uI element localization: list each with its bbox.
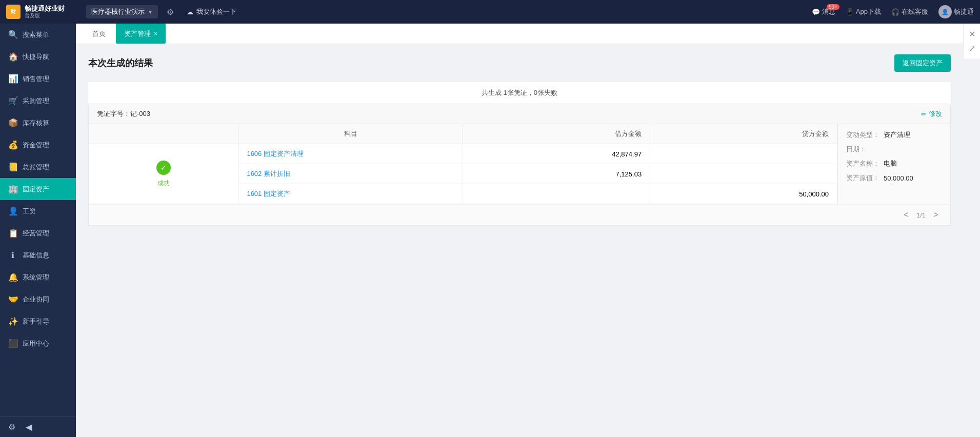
tab-home-label: 首页 [92,29,106,38]
sidebar-label-enterprise: 企业协同 [23,295,49,304]
sidebar-label-fixed-assets: 固定资产 [23,185,49,194]
sidebar-label-guide: 新手引导 [23,317,49,326]
sidebar-item-search[interactable]: 🔍 搜索菜单 [0,24,76,46]
home-icon: 🏠 [8,52,17,62]
subject-link-1606[interactable]: 1606 固定资产清理 [247,150,304,157]
expand-panel-button[interactable]: ⤢ [966,42,978,54]
experience-icon: ☁ [187,8,193,16]
subject-code-1606: 1606 [247,150,262,157]
sales-icon: 📊 [8,74,17,84]
credit-1606 [650,144,837,164]
voucher-number: 凭证字号：记-003 [97,109,150,118]
company-dropdown-arrow: ▼ [148,9,153,15]
sidebar-label-purchase: 采购管理 [23,96,49,106]
change-type-value: 资产清理 [884,130,910,140]
sidebar-label-search: 搜索菜单 [23,30,49,39]
panel-controls-container: ✕ ⤢ [963,24,980,437]
app-download-button[interactable]: 📱 App下载 [846,7,881,16]
date-label: 日期： [846,145,866,154]
tab-close-icon[interactable]: × [154,30,157,37]
return-button[interactable]: 返回固定资产 [894,54,951,72]
pagination-info: 1/1 [916,211,926,219]
operations-icon: 📋 [8,228,17,238]
page-title: 本次生成的结果 [88,57,153,69]
voucher-container: 凭证字号：记-003 ✏ 修改 科目 [88,104,951,226]
experience-button[interactable]: ☁ 我要体验一下 [187,7,236,16]
sidebar-item-basic-info[interactable]: ℹ 基础信息 [0,244,76,266]
sidebar-item-inventory[interactable]: 📦 库存核算 [0,112,76,134]
sidebar-label-system: 系统管理 [23,273,49,282]
side-row-change-type: 变动类型： 资产清理 [846,130,942,140]
asset-name-value: 电脑 [884,159,897,168]
debit-1602: 7,125.03 [463,164,650,184]
sidebar-label-ledger: 总账管理 [23,163,49,172]
sidebar-label-basic-info: 基础信息 [23,251,49,260]
sidebar-collapse-icon[interactable]: ◀ [26,422,32,432]
logo-text: 畅捷通好业财 普及版 [25,5,65,19]
voucher-table: 科目 借方金额 贷方金额 ✓ 成 [89,124,837,204]
app-center-icon: ⬛ [8,339,17,348]
sidebar-item-purchase[interactable]: 🛒 采购管理 [0,90,76,112]
sidebar-item-system[interactable]: 🔔 系统管理 [0,266,76,288]
tab-asset-management-label: 资产管理 [124,29,151,38]
sidebar-item-operations[interactable]: 📋 经营管理 [0,222,76,244]
sidebar-label-payroll: 工资 [23,207,36,216]
online-service-button[interactable]: 🎧 在线客服 [891,7,928,16]
enterprise-icon: 🤝 [8,294,17,304]
voucher-side-panel: 变动类型： 资产清理 日期： 资产名称： 电脑 资产原值： [837,124,950,204]
debit-1606: 42,874.97 [463,144,650,164]
pagination-next[interactable]: > [930,209,942,221]
tab-asset-management[interactable]: 资产管理 × [116,24,166,44]
summary-text: 共生成 1张凭证，0张失败 [482,89,557,96]
content-area: 首页 资产管理 × 本次生成的结果 返回固定资产 共生成 1张凭证，0张失败 凭… [76,24,963,437]
pagination-prev[interactable]: < [900,209,912,221]
credit-1601: 50,000.00 [650,184,837,204]
voucher-footer: < 1/1 > [89,204,950,225]
sidebar-item-guide[interactable]: ✨ 新手引导 [0,310,76,332]
sidebar-item-fixed-assets[interactable]: 🏢 固定资产 [0,178,76,200]
basic-info-icon: ℹ [8,250,17,260]
close-panel-button[interactable]: ✕ [966,28,978,40]
col-header-credit: 贷方金额 [650,124,837,144]
sidebar-settings-icon[interactable]: ⚙ [8,422,15,432]
subject-name-1606: 固定资产清理 [264,150,304,157]
company-selector[interactable]: 医疗器械行业演示 ▼ [86,5,158,18]
subject-name-1602: 累计折旧 [264,170,290,177]
sidebar-item-funds[interactable]: 💰 资金管理 [0,134,76,156]
app-subtitle: 普及版 [25,13,65,19]
debit-1601 [463,184,650,204]
table-row: ✓ 成功 1606 固定资产清理 [89,144,837,164]
asset-name-label: 资产名称： [846,159,879,168]
sidebar-item-enterprise[interactable]: 🤝 企业协同 [0,288,76,310]
search-icon: 🔍 [8,30,17,39]
header-right: 💬 消息 99+ 📱 App下载 🎧 在线客服 👤 畅捷通 [812,5,974,18]
sidebar-item-sales[interactable]: 📊 销售管理 [0,68,76,90]
sidebar: 🔍 搜索菜单 🏠 快捷导航 📊 销售管理 🛒 采购管理 📦 库存核算 💰 资金管… [0,24,76,437]
subject-link-1601[interactable]: 1601 固定资产 [247,190,290,197]
tab-bar: 首页 资产管理 × [76,24,963,44]
tab-home[interactable]: 首页 [84,24,114,44]
panel-control-buttons: ✕ ⤢ [963,24,980,58]
experience-label: 我要体验一下 [196,7,236,16]
messages-button[interactable]: 💬 消息 99+ [812,7,835,16]
sidebar-label-funds: 资金管理 [23,141,49,150]
sidebar-label-sales: 销售管理 [23,74,49,84]
inventory-icon: 📦 [8,118,17,128]
subject-code-1601: 1601 [247,190,262,197]
change-type-label: 变动类型： [846,130,879,140]
system-icon: 🔔 [8,272,17,282]
user-menu[interactable]: 👤 畅捷通 [938,5,974,18]
header-settings-button[interactable]: ⚙ [162,4,178,20]
ledger-icon: 📒 [8,162,17,172]
page-title-row: 本次生成的结果 返回固定资产 [88,54,951,72]
edit-button[interactable]: ✏ 修改 [921,109,942,118]
avatar: 👤 [938,5,952,18]
voucher-header: 凭证字号：记-003 ✏ 修改 [89,104,950,124]
sidebar-item-quick-nav[interactable]: 🏠 快捷导航 [0,46,76,68]
subject-link-1602[interactable]: 1602 累计折旧 [247,170,290,177]
voucher-layout: 科目 借方金额 贷方金额 ✓ 成 [89,124,950,204]
sidebar-item-app-center[interactable]: ⬛ 应用中心 [0,332,76,354]
sidebar-item-payroll[interactable]: 👤 工资 [0,200,76,222]
sidebar-item-ledger[interactable]: 📒 总账管理 [0,156,76,178]
status-success-icon: ✓ [156,161,171,175]
